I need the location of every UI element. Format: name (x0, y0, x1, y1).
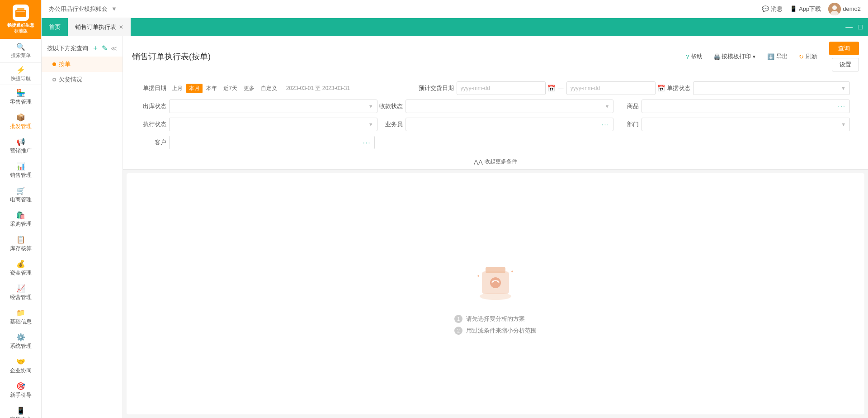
marketing-icon: 📢 (16, 138, 25, 146)
dept-label: 部门 (613, 120, 639, 128)
collapse-arrows-icon: ⋀⋀ (474, 159, 483, 165)
quicknav-icon: ⚡ (16, 66, 25, 74)
search-btn-group: 查询 设置 (829, 42, 859, 71)
date-tab-7days[interactable]: 近7天 (221, 84, 240, 93)
filter-item-shortage-dot (52, 78, 56, 81)
sidebar-item-system[interactable]: ⚙️ 系统管理 (0, 329, 41, 354)
customer-input[interactable]: ··· (169, 136, 375, 149)
baseinfo-icon: 📁 (16, 309, 25, 317)
date-tab-thismonth[interactable]: 本月 (186, 84, 203, 93)
date-tabs: 上月 本月 本年 近7天 更多 自定义 (169, 84, 280, 93)
empty-state: 1 请先选择要分析的方案 2 用过滤条件来缩小分析范围 (127, 173, 864, 414)
sidebar-item-collab[interactable]: 🤝 企业协同 (0, 354, 41, 378)
tab-home[interactable]: 首页 (42, 18, 68, 36)
print-btn[interactable]: 🖨️ 按模板打印 ▼ (711, 51, 759, 62)
filter-row-2: 出库状态 ▼ 收款状态 ▼ (141, 100, 850, 113)
sidebar-item-sales[interactable]: 📊 销售管理 (0, 158, 41, 183)
topbar-actions: 💬 消息 📱 App下载 demo2 (762, 3, 861, 15)
sidebar-item-purchase[interactable]: 🛍️ 采购管理 (0, 207, 41, 232)
salesperson-input[interactable]: ··· (406, 118, 614, 131)
wholesale-icon: 📦 (16, 113, 25, 122)
doc-status-chevron-icon: ▼ (841, 86, 846, 91)
ecommerce-icon: 🛒 (16, 186, 25, 195)
appstore-icon: 📱 (16, 406, 25, 415)
help-btn[interactable]: ? 帮助 (683, 51, 705, 62)
sidebar-item-inventory[interactable]: 📋 库存核算 (0, 232, 41, 256)
sidebar-item-marketing[interactable]: 📢 营销推广 (0, 134, 41, 158)
filter-item-order[interactable]: 按单 (42, 57, 123, 72)
filter-add-icon[interactable]: ＋ (92, 43, 99, 53)
tab-sales-order[interactable]: 销售订单执行表 ✕ (68, 18, 131, 36)
purchase-icon: 🛍️ (16, 211, 25, 219)
svg-point-4 (832, 5, 837, 10)
payment-status-cell: 收款状态 ▼ (377, 100, 614, 113)
sidebar-quicknav[interactable]: ⚡ 快捷导航 (0, 63, 41, 85)
search-icon: 🔍 (16, 43, 25, 51)
sidebar-item-baseinfo[interactable]: 📁 基础信息 (0, 305, 41, 329)
svg-rect-1 (17, 8, 24, 10)
svg-point-10 (492, 280, 494, 282)
user-avatar-btn[interactable]: demo2 (828, 3, 861, 15)
refresh-icon: ↻ (799, 53, 804, 60)
filter-edit-icon[interactable]: ✎ (102, 44, 108, 52)
app-download-btn[interactable]: 📱 App下载 (790, 5, 821, 13)
sidebar-item-finance[interactable]: 💰 资金管理 (0, 256, 41, 280)
dept-select[interactable]: ▼ (642, 118, 850, 131)
sidebar-item-retail[interactable]: 🏪 零售管理 (0, 85, 41, 109)
sidebar-search[interactable]: 🔍 搜索菜单 (0, 39, 41, 63)
message-icon: 💬 (762, 5, 769, 12)
delivery-status-select[interactable]: ▼ (169, 100, 377, 113)
exec-status-select[interactable]: ▼ (169, 118, 377, 131)
sales-label: 销售管理 (10, 171, 32, 179)
goods-label: 商品 (613, 102, 639, 110)
tab-maximize-btn[interactable]: □ (856, 21, 864, 33)
export-btn[interactable]: ⬇️ 导出 (764, 51, 791, 62)
refresh-btn[interactable]: ↻ 刷新 (796, 51, 820, 62)
app-download-icon: 📱 (790, 5, 797, 12)
payment-status-select[interactable]: ▼ (406, 100, 614, 113)
breadcrumb: 办公用品行业模拟账套 ▼ (49, 5, 117, 13)
sidebar-item-appstore[interactable]: 📱 应用中心 (0, 403, 41, 418)
date-to-calendar-icon[interactable]: 📅 (657, 85, 665, 92)
system-label: 系统管理 (10, 342, 32, 350)
expected-date-cell: 预计交货日期 📅 — 📅 (419, 81, 665, 95)
sidebar-item-wholesale[interactable]: 📦 批发管理 (0, 109, 41, 134)
date-range-display: 2023-03-01 至 2023-03-31 (286, 85, 350, 92)
guide-icon: 🎯 (16, 382, 25, 390)
filter-item-shortage[interactable]: 欠货情况 (42, 72, 123, 87)
doc-status-select[interactable]: ▼ (693, 81, 850, 95)
search-label: 搜索菜单 (11, 52, 31, 59)
search-button[interactable]: 查询 (829, 42, 859, 55)
date-tab-more[interactable]: 更多 (241, 84, 257, 93)
date-tab-lastmonth[interactable]: 上月 (169, 84, 185, 93)
dept-chevron-icon: ▼ (841, 122, 846, 127)
date-tab-custom[interactable]: 自定义 (258, 84, 280, 93)
page-content: 按以下方案查询 ＋ ✎ ≪ 按单 欠货情况 销售订单执行表(按单) (42, 36, 868, 418)
goods-dots-icon: ··· (838, 103, 846, 110)
system-icon: ⚙️ (16, 333, 25, 342)
refresh-label: 刷新 (806, 52, 817, 61)
sidebar-item-ecommerce[interactable]: 🛒 电商管理 (0, 183, 41, 207)
tab-minimize-btn[interactable]: — (844, 21, 854, 33)
tab-close-icon[interactable]: ✕ (119, 24, 123, 30)
date-from-input[interactable] (457, 81, 546, 95)
retail-icon: 🏪 (16, 89, 25, 97)
delivery-chevron-icon: ▼ (368, 104, 373, 109)
date-from-calendar-icon[interactable]: 📅 (547, 85, 555, 92)
sidebar-item-management[interactable]: 📈 经营管理 (0, 280, 41, 305)
message-btn[interactable]: 💬 消息 (762, 5, 783, 13)
filter-section: 单据日期 上月 本月 本年 近7天 更多 自定义 20 (132, 77, 859, 169)
payment-chevron-icon: ▼ (604, 104, 609, 109)
breadcrumb-chevron: ▼ (111, 5, 117, 12)
sidebar-item-guide[interactable]: 🎯 新手引导 (0, 378, 41, 403)
date-tab-thisyear[interactable]: 本年 (203, 84, 220, 93)
reset-button[interactable]: 设置 (832, 58, 859, 71)
goods-input[interactable]: ··· (642, 100, 850, 113)
date-tabs-group: 上月 本月 本年 近7天 更多 自定义 2023-03-01 至 2023-03… (169, 84, 419, 93)
filter-collapse-icon[interactable]: ≪ (110, 45, 117, 52)
appstore-label: 应用中心 (10, 416, 32, 418)
date-to-input[interactable] (566, 81, 656, 95)
message-label: 消息 (771, 5, 783, 13)
content-area: 销售订单执行表(按单) ? 帮助 🖨️ 按模板打印 ▼ ⬇️ (123, 36, 868, 418)
collapse-btn[interactable]: ⋀⋀ 收起更多条件 (141, 154, 850, 167)
